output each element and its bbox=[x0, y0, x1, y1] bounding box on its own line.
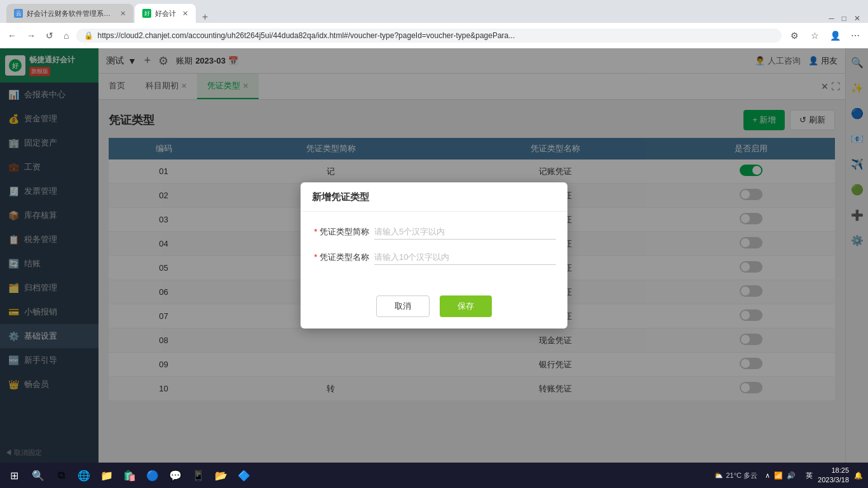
tab-2-favicon: 好 bbox=[142, 9, 151, 18]
taskbar-right: ⛅ 21°C 多云 ∧ 📶 🔊 英 18:25 2023/3/18 🔔 bbox=[714, 466, 865, 485]
modal-body: * 凭证类型简称 * 凭证类型名称 bbox=[301, 212, 567, 288]
taskbar-time-block[interactable]: 18:25 2023/3/18 bbox=[818, 466, 849, 485]
modal-header: 新增凭证类型 bbox=[301, 182, 567, 212]
tab-1[interactable]: 云 好会计云财务软件管理系统_会计 ✕ bbox=[6, 4, 133, 23]
browser-toolbar: ⚙ ☆ 👤 ⋯ bbox=[787, 28, 863, 43]
sys-up-icon: ∧ bbox=[765, 471, 770, 480]
add-voucher-type-modal: 新增凭证类型 * 凭证类型简称 * 凭证类型名称 取消 保存 bbox=[301, 182, 567, 329]
save-button[interactable]: 保存 bbox=[440, 295, 492, 317]
wifi-icon: 📶 bbox=[774, 471, 783, 480]
modal-overlay: 新增凭证类型 * 凭证类型简称 * 凭证类型名称 取消 保存 bbox=[0, 48, 868, 463]
weather-temp: 21°C 多云 bbox=[726, 471, 757, 480]
tab-bar: 云 好会计云财务软件管理系统_会计 ✕ 好 好会计 ✕ + ─ □ ✕ bbox=[0, 0, 868, 23]
taskbar-browser[interactable]: 🌐 bbox=[74, 465, 94, 485]
forward-button[interactable]: → bbox=[24, 29, 38, 42]
back-button[interactable]: ← bbox=[5, 29, 19, 42]
taskbar-weather: ⛅ 21°C 多云 bbox=[714, 471, 757, 480]
tab-1-close[interactable]: ✕ bbox=[120, 10, 126, 18]
short-name-label: * 凭证类型简称 bbox=[312, 226, 369, 238]
maximize-button[interactable]: □ bbox=[839, 14, 849, 23]
close-button[interactable]: ✕ bbox=[851, 14, 863, 23]
taskbar: ⊞ 🔍 ⧉ 🌐 📁 🛍️ 🔵 💬 📱 📂 🔷 ⛅ 21°C 多云 ∧ 📶 🔊 英… bbox=[0, 463, 868, 488]
form-row-full-name: * 凭证类型名称 bbox=[312, 250, 556, 265]
full-name-label-text: 凭证类型名称 bbox=[320, 252, 369, 262]
input-method: 英 bbox=[803, 471, 815, 480]
taskbar-search[interactable]: 🔍 bbox=[28, 465, 48, 485]
minimize-button[interactable]: ─ bbox=[826, 14, 837, 23]
tab-2-close[interactable]: ✕ bbox=[182, 10, 188, 18]
address-bar: ← → ↺ ⌂ 🔒 https://cloud2.chanjet.com/acc… bbox=[0, 23, 868, 48]
tab-2[interactable]: 好 好会计 ✕ bbox=[135, 4, 196, 23]
volume-icon: 🔊 bbox=[787, 471, 796, 480]
taskbar-chrome[interactable]: 🔵 bbox=[142, 465, 163, 485]
short-name-label-text: 凭证类型简称 bbox=[320, 227, 369, 236]
url-input[interactable]: 🔒 https://cloud2.chanjet.com/accounting/… bbox=[76, 29, 782, 43]
tab-1-favicon: 云 bbox=[14, 9, 23, 18]
clock-time: 18:25 bbox=[818, 466, 849, 475]
taskbar-edge[interactable]: 🔷 bbox=[234, 465, 254, 485]
extensions-icon[interactable]: ⚙ bbox=[787, 28, 802, 43]
tab-1-label: 好会计云财务软件管理系统_会计 bbox=[27, 9, 114, 18]
full-name-label: * 凭证类型名称 bbox=[312, 252, 369, 263]
full-name-input[interactable] bbox=[374, 250, 556, 265]
home-button[interactable]: ⌂ bbox=[61, 29, 71, 42]
taskbar-app1[interactable]: 📱 bbox=[188, 465, 208, 485]
tab-2-label: 好会计 bbox=[155, 9, 176, 18]
notifications-icon[interactable]: 🔔 bbox=[851, 471, 865, 480]
taskbar-task-view[interactable]: ⧉ bbox=[51, 465, 71, 485]
form-row-short-name: * 凭证类型简称 bbox=[312, 224, 556, 240]
taskbar-wechat[interactable]: 💬 bbox=[165, 465, 186, 485]
bookmark-icon[interactable]: ☆ bbox=[807, 28, 822, 43]
clock-date: 2023/3/18 bbox=[818, 475, 849, 485]
url-text: https://cloud2.chanjet.com/accounting/uh… bbox=[97, 31, 774, 40]
taskbar-store[interactable]: 🛍️ bbox=[119, 465, 140, 485]
browser-chrome: 云 好会计云财务软件管理系统_会计 ✕ 好 好会计 ✕ + ─ □ ✕ ← → … bbox=[0, 0, 868, 48]
required-star-2: * bbox=[314, 252, 317, 262]
modal-footer: 取消 保存 bbox=[301, 288, 567, 329]
required-star-1: * bbox=[314, 227, 317, 236]
profile-icon[interactable]: 👤 bbox=[827, 28, 843, 43]
start-button[interactable]: ⊞ bbox=[3, 464, 25, 487]
cancel-button[interactable]: 取消 bbox=[376, 295, 430, 317]
new-tab-button[interactable]: + bbox=[197, 11, 213, 23]
taskbar-sys-icons: ∧ 📶 🔊 bbox=[760, 471, 801, 480]
more-icon[interactable]: ⋯ bbox=[848, 28, 863, 43]
taskbar-files[interactable]: 📂 bbox=[211, 465, 231, 485]
modal-title: 新增凭证类型 bbox=[312, 191, 369, 202]
taskbar-explorer[interactable]: 📁 bbox=[97, 465, 117, 485]
weather-icon: ⛅ bbox=[714, 471, 723, 480]
short-name-input[interactable] bbox=[374, 224, 556, 240]
refresh-button[interactable]: ↺ bbox=[43, 29, 56, 42]
